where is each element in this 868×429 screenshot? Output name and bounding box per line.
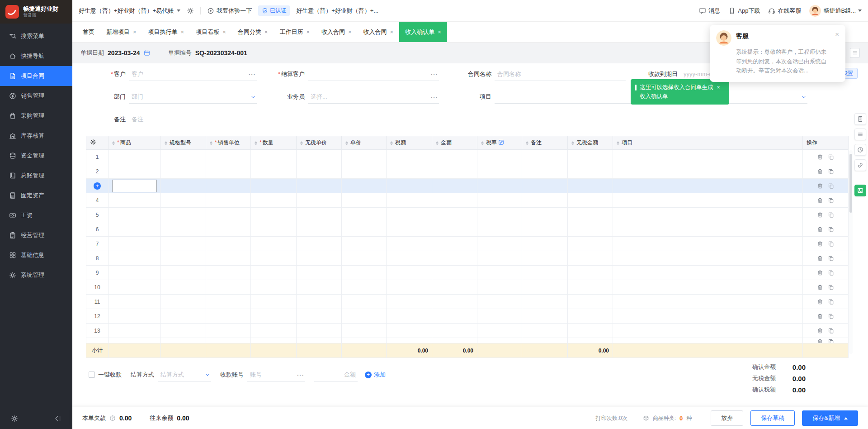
table-cell[interactable]	[108, 324, 161, 338]
column-header[interactable]: *数量	[251, 136, 297, 150]
chevron-down-icon[interactable]	[205, 372, 210, 377]
tab-close-icon[interactable]: ×	[133, 29, 137, 35]
table-cell[interactable]	[432, 179, 477, 193]
table-cell[interactable]	[613, 179, 803, 193]
column-header[interactable]: 操作	[803, 136, 849, 150]
department-input[interactable]	[129, 93, 257, 100]
salesman-input[interactable]	[308, 93, 439, 100]
table-cell[interactable]	[342, 251, 387, 266]
table-cell[interactable]	[342, 179, 387, 193]
table-cell[interactable]	[387, 164, 432, 179]
table-cell[interactable]	[297, 251, 342, 266]
table-cell[interactable]	[297, 208, 342, 222]
table-cell[interactable]	[613, 150, 803, 164]
certified-badge[interactable]: 已认证	[258, 5, 290, 16]
table-cell[interactable]	[522, 280, 568, 295]
table-cell[interactable]	[387, 179, 432, 193]
clock-button[interactable]	[854, 144, 866, 156]
copy-row-icon[interactable]	[828, 168, 834, 175]
product-cell-input[interactable]	[112, 180, 157, 192]
table-cell[interactable]	[477, 295, 522, 309]
one-click-label[interactable]: 一键收款	[98, 371, 122, 379]
table-cell[interactable]	[568, 309, 613, 324]
table-cell[interactable]	[387, 309, 432, 324]
table-cell[interactable]	[432, 222, 477, 237]
table-cell[interactable]	[251, 324, 297, 338]
table-cell[interactable]	[432, 280, 477, 295]
delete-row-icon[interactable]	[817, 270, 823, 276]
column-header[interactable]: 无税金额	[568, 136, 613, 150]
table-cell[interactable]	[613, 237, 803, 251]
link-button[interactable]	[854, 159, 866, 171]
table-cell[interactable]	[613, 222, 803, 237]
table-cell[interactable]	[251, 222, 297, 237]
table-cell[interactable]	[251, 193, 297, 208]
table-cell[interactable]	[522, 266, 568, 280]
tab[interactable]: 新增项目×	[100, 22, 142, 42]
insert-row-icon[interactable]: +	[94, 182, 101, 190]
column-header[interactable]: *商品	[108, 136, 161, 150]
table-cell[interactable]	[432, 193, 477, 208]
table-cell[interactable]	[206, 222, 251, 237]
sidebar-item[interactable]: 库存核算	[0, 126, 72, 146]
table-cell[interactable]	[297, 280, 342, 295]
tab-close-icon[interactable]: ×	[264, 29, 268, 35]
column-header[interactable]: 金额	[432, 136, 477, 150]
tab-close-icon[interactable]: ×	[222, 29, 226, 35]
table-cell[interactable]	[568, 164, 613, 179]
copy-row-icon[interactable]	[828, 313, 834, 319]
column-header[interactable]: 税额	[387, 136, 432, 150]
table-cell[interactable]	[613, 251, 803, 266]
table-cell[interactable]	[161, 237, 206, 251]
table-cell[interactable]	[342, 222, 387, 237]
table-cell[interactable]	[206, 280, 251, 295]
table-cell[interactable]	[568, 150, 613, 164]
contract-name-field[interactable]	[495, 67, 626, 81]
table-cell[interactable]	[568, 280, 613, 295]
table-cell[interactable]	[477, 266, 522, 280]
note-button[interactable]	[854, 113, 866, 125]
table-cell[interactable]	[432, 324, 477, 338]
column-header[interactable]: 单价	[342, 136, 387, 150]
table-cell[interactable]	[477, 222, 522, 237]
table-cell[interactable]	[108, 164, 161, 179]
copy-row-icon[interactable]	[828, 183, 834, 189]
table-cell[interactable]	[432, 164, 477, 179]
table-cell[interactable]	[297, 237, 342, 251]
table-cell[interactable]	[387, 150, 432, 164]
layout-settings-button[interactable]	[850, 48, 860, 58]
table-cell[interactable]	[477, 150, 522, 164]
department-field[interactable]	[129, 90, 257, 104]
tab-close-icon[interactable]: ×	[306, 29, 310, 35]
table-cell[interactable]	[108, 280, 161, 295]
table-cell[interactable]	[251, 280, 297, 295]
sidebar-item[interactable]: 销售管理	[0, 86, 72, 106]
table-cell[interactable]	[251, 266, 297, 280]
settle-method-field[interactable]	[158, 368, 211, 381]
sort-icon[interactable]	[165, 141, 167, 145]
table-cell[interactable]	[206, 179, 251, 193]
table-cell[interactable]	[206, 164, 251, 179]
sort-icon[interactable]	[436, 141, 439, 145]
delete-row-icon[interactable]	[817, 328, 823, 334]
product-switcher[interactable]: 好生意（普）+好业财（普）+易代账	[79, 7, 180, 15]
table-cell[interactable]	[387, 280, 432, 295]
table-cell[interactable]	[613, 164, 803, 179]
table-cell[interactable]	[477, 324, 522, 338]
tab-close-icon[interactable]: ×	[348, 29, 352, 35]
sort-icon[interactable]	[345, 141, 348, 145]
column-header[interactable]: 规格型号	[161, 136, 206, 150]
table-cell[interactable]	[297, 266, 342, 280]
ellipsis-icon[interactable]: ···	[297, 372, 304, 377]
table-cell[interactable]	[297, 222, 342, 237]
table-cell[interactable]	[568, 208, 613, 222]
table-cell[interactable]	[342, 309, 387, 324]
table-cell[interactable]	[161, 222, 206, 237]
amount-field[interactable]: 金额	[314, 368, 358, 381]
sidebar-item[interactable]: 快捷导航	[0, 46, 72, 66]
table-cell[interactable]	[161, 150, 206, 164]
sort-icon[interactable]	[481, 141, 484, 145]
sidebar-item[interactable]: 经营管理	[0, 225, 72, 245]
table-cell[interactable]	[522, 222, 568, 237]
table-cell[interactable]	[161, 164, 206, 179]
